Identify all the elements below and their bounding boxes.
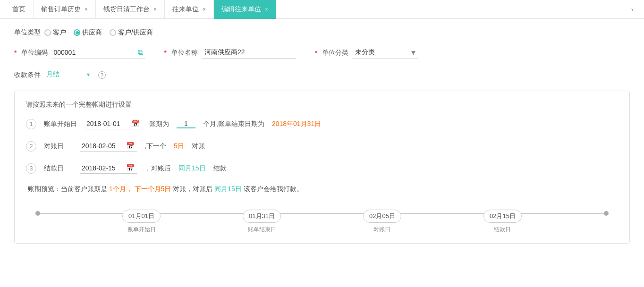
unit-classify-label: 单位分类 [322,49,348,57]
timeline-end-endpoint [604,210,609,216]
step-3-calendar-icon[interactable]: 📅 [126,164,135,172]
step-3-label: 结款日 [44,164,72,173]
step-3-desc-prefix: ，对账后 [144,164,171,173]
step-1-date-wrapper: 📅 [85,118,142,129]
timeline-node-4: 02月15日 结款日 [483,210,522,234]
tab-sales-history-label: 销售订单历史 [41,5,81,14]
step-3-date-input[interactable] [82,164,124,172]
payment-terms-arrow-icon: ▾ [87,71,90,78]
step-2-calendar-icon[interactable]: 📅 [126,142,135,150]
main-content: 单位类型 客户 供应商 客户/供应商 * 单位编码 [0,19,644,287]
timeline-nodes: 01月01日 账单开始日 01月31日 账单结束日 02月05日 对账日 [35,210,609,234]
radio-both[interactable]: 客户/供应商 [110,28,153,37]
timeline-node-1-label: 账单开始日 [127,226,156,234]
tab-edit-partner-label: 编辑往来单位 [221,5,261,14]
step-1-period-input[interactable] [177,120,195,128]
timeline-start-endpoint [35,210,40,216]
step-1-row: 1 账单开始日 📅 账期为 个月,账单结束日期为 2018年01月31日 [26,118,618,129]
settings-panel: 请按照未来的一个完整帐期进行设置 1 账单开始日 📅 账期为 个月,账单结束日期… [14,91,630,244]
step-2-desc-suffix: 对账 [192,142,205,151]
unit-code-label: 单位编码 [21,49,48,57]
timeline-node-3-pill: 02月05日 [363,210,401,223]
panel-hint: 请按照未来的一个完整帐期进行设置 [26,101,618,109]
tab-cash-work-close[interactable]: × [153,6,157,13]
unit-name-label: 单位名称 [171,49,198,57]
timeline-node-2-pill: 01月31日 [243,210,281,223]
preview-reconcile-text: 对账，对账后 [173,185,212,193]
payment-terms-select[interactable]: 月结 ▾ [44,68,92,81]
step-1-date-input[interactable] [86,120,129,127]
tab-edit-partner-close[interactable]: × [265,6,268,13]
payment-terms-value: 月结 [46,70,85,79]
radio-supplier[interactable]: 供应商 [74,28,102,37]
preview-suffix: 该客户会给我打款。 [244,185,303,193]
timeline-node-4-label: 结款日 [494,226,511,234]
unit-name-star: * [164,49,166,57]
unit-type-row: 单位类型 客户 供应商 客户/供应商 [14,28,630,37]
step-2-date-input[interactable] [82,142,124,150]
unit-code-group: * 单位编码 ⧉ [14,46,145,59]
unit-classify-star: * [315,49,317,57]
tab-partner-units-label: 往来单位 [172,5,199,14]
step-2-label: 对账日 [44,142,72,151]
timeline-node-2: 01月31日 账单结束日 [243,210,281,234]
radio-supplier-circle [74,29,80,36]
timeline-node-3-label: 对账日 [373,226,390,234]
timeline-node-3: 02月05日 对账日 [363,210,401,234]
tab-sales-history-close[interactable]: × [85,6,88,13]
timeline-start-dot [35,211,40,216]
timeline-node-4-pill: 02月15日 [483,210,522,223]
unit-code-input[interactable] [53,49,136,56]
step-1-calendar-icon[interactable]: 📅 [131,119,140,128]
radio-customer-circle [44,29,51,36]
unit-type-group: 单位类型 客户 供应商 客户/供应商 [14,28,153,37]
tab-partner-units[interactable]: 往来单位 × [165,0,214,19]
step-1-end-date: 2018年01月31日 [272,120,321,128]
timeline-container: 01月01日 账单开始日 01月31日 账单结束日 02月05日 对账日 [26,203,618,234]
step-2-desc-prefix: ,下一个 [144,142,166,151]
tab-expand-button[interactable]: › [625,0,639,19]
timeline-end-dot [604,211,609,216]
tab-cash-work[interactable]: 钱货日清工作台 × [96,0,165,19]
unit-code-input-wrapper: ⧉ [51,46,145,59]
radio-both-label: 客户/供应商 [118,28,153,37]
tab-bar: 首页 销售订单历史 × 钱货日清工作台 × 往来单位 × 编辑往来单位 × › [0,0,644,19]
preview-label: 账期预览：当前客户账期是 [28,185,107,193]
preview-period: 1个月， [109,185,133,193]
payment-terms-group: 收款条件 月结 ▾ ? [14,68,106,81]
tab-edit-partner[interactable]: 编辑往来单位 × [214,0,276,19]
unit-type-label: 单位类型 [14,28,41,37]
unit-code-copy-icon[interactable]: ⧉ [138,48,143,57]
unit-classify-value: 未分类 [355,48,411,57]
timeline-node-1-pill: 01月01日 [122,210,161,223]
step-3-num: 3 [26,163,36,174]
tab-partner-units-close[interactable]: × [203,6,206,13]
preview-payment-day: 同月15日 [214,185,242,193]
unit-name-group: * 单位名称 [164,47,296,59]
radio-customer[interactable]: 客户 [44,28,66,37]
unit-name-input[interactable] [202,47,296,59]
unit-type-radio-group: 客户 供应商 客户/供应商 [44,28,153,37]
preview-section: 账期预览：当前客户账期是 1个月， 下一个月5日 对账，对账后 同月15日 该客… [26,185,618,234]
radio-both-circle [110,29,116,36]
step-2-day-highlight: 5日 [174,142,184,151]
step-1-desc-before: 账期为 [149,120,169,128]
payment-terms-row: 收款条件 月结 ▾ ? [14,68,630,81]
tab-home-label: 首页 [12,5,25,14]
step-1-num: 1 [26,119,36,129]
step-3-day-highlight: 同月15日 [178,164,206,173]
step-2-num: 2 [26,141,36,152]
timeline-node-1: 01月01日 账单开始日 [122,210,161,234]
tab-home[interactable]: 首页 [5,0,34,19]
step-2-row: 2 对账日 📅 ,下一个 5日 对账 [26,141,618,152]
step-2-date-wrapper: 📅 [80,141,137,152]
preview-text: 账期预览：当前客户账期是 1个月， 下一个月5日 对账，对账后 同月15日 该客… [26,185,618,194]
timeline-node-2-label: 账单结束日 [248,226,276,234]
unit-classify-select[interactable]: 未分类 ▾ [352,46,418,59]
step-3-date-wrapper: 📅 [80,163,137,174]
tab-sales-history[interactable]: 销售订单历史 × [34,0,96,19]
payment-terms-help-icon[interactable]: ? [98,71,106,79]
radio-customer-label: 客户 [53,28,66,37]
payment-terms-label: 收款条件 [14,71,41,79]
radio-supplier-label: 供应商 [82,28,102,37]
